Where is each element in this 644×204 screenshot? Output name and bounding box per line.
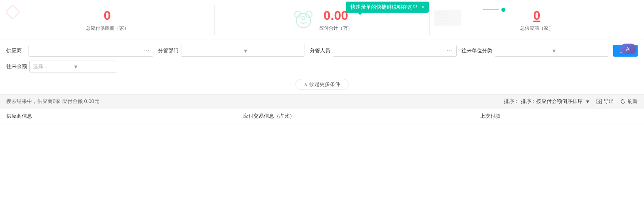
table-col-payable-info: 应付交易信息（占比） [243,112,480,120]
stats-bar: ◇ 0 总应付供应商（家） 0.00 应付合计（万） 快速录单的快捷键说明在这里… [0,0,644,40]
total-suppliers-number: 0 [533,8,540,23]
ai-button[interactable]: Ai [620,44,636,54]
tooltip-text: 快速录单的快捷键说明在这里 [351,4,417,11]
sort-select[interactable]: 排序： 排序：按应付会额倒序排序 ▼ [504,98,590,105]
export-btn[interactable]: 导出 [596,98,614,105]
results-bar: 搜索结果中，供应商0家 应付金额 0.00元 排序： 排序：按应付会额倒序排序 … [0,94,644,109]
svg-rect-9 [436,20,448,21]
svg-point-5 [302,17,305,20]
refresh-icon [620,99,626,104]
refresh-btn[interactable]: 刷新 [620,98,638,105]
filter-supplier: 供应商 ··· [6,45,153,57]
stat-total-suppliers: 0 总供应商（家） [430,5,644,34]
balance-select[interactable]: 选择... ▼ [29,61,117,72]
payable-suppliers-label: 总应付供应商（家） [86,25,129,32]
person-input-wrapper[interactable]: ··· [333,45,457,57]
supplier-card-icon [434,8,465,28]
unit-class-chevron: ▼ [552,48,605,54]
collapse-bar: ∧ 收起更多条件 [6,76,638,94]
unit-class-label: 往来单位分类 [461,47,492,54]
stat-total-payable-suppliers: ◇ 0 总应付供应商（家） [0,5,215,34]
table-col-supplier-info: 供应商信息 [6,112,243,120]
bear-icon [292,8,315,32]
content-area [0,124,644,204]
table-header: 供应商信息 应付交易信息（占比） 上次付款 [0,109,644,124]
sort-label: 排序： [504,98,519,105]
svg-rect-8 [436,17,452,18]
filter-unit-class: 往来单位分类 ▼ [461,45,608,57]
svg-point-2 [296,13,311,28]
unit-class-select[interactable]: ▼ [495,45,608,57]
tooltip-close-btn[interactable]: × [421,4,424,10]
person-label: 分管人员 [310,47,330,54]
svg-rect-7 [436,13,446,15]
supplier-dots[interactable]: ··· [143,47,150,54]
filter-person: 分管人员 ··· [310,45,457,57]
payable-amount-label: 应付合计（万） [319,25,352,32]
total-suppliers-label: 总供应商（家） [520,25,553,32]
results-info: 搜索结果中，供应商0家 应付金额 0.00元 [6,98,99,105]
payable-amount-number: 0.00 [324,8,348,23]
sort-value: 排序：按应付会额倒序排序 [521,98,583,105]
department-label: 分管部门 [158,47,179,54]
collapse-label: 收起更多条件 [309,81,340,88]
tooltip-popup: 快速录单的快捷键说明在这里 × [346,2,429,13]
supplier-label: 供应商 [6,47,26,54]
filter-bar: 供应商 ··· 分管部门 ▼ 分管人员 ··· 往来单位分类 [0,40,644,94]
filter-balance: 往来余额 选择... ▼ [6,61,117,72]
export-label: 导出 [604,98,614,105]
department-select[interactable]: ▼ [181,45,305,57]
svg-text:◇: ◇ [10,11,13,15]
supplier-input[interactable] [32,48,143,54]
refresh-label: 刷新 [627,98,638,105]
balance-label: 往来余额 [6,63,27,70]
diamond-icon: ◇ [4,3,24,23]
department-chevron: ▼ [243,48,302,54]
sort-chevron: ▼ [585,99,590,105]
person-input[interactable] [336,48,447,54]
collapse-button[interactable]: ∧ 收起更多条件 [295,79,349,90]
results-actions: 排序： 排序：按应付会额倒序排序 ▼ 导出 刷新 [504,98,638,105]
supplier-input-wrapper[interactable]: ··· [29,45,153,57]
balance-placeholder: 选择... [33,63,73,70]
balance-chevron: ▼ [73,64,114,70]
person-dots[interactable]: ··· [447,47,453,54]
filter-row-2: 往来余额 选择... ▼ [6,61,638,72]
export-icon [596,99,602,104]
filter-row-1: 供应商 ··· 分管部门 ▼ 分管人员 ··· 往来单位分类 [6,45,638,57]
payable-suppliers-number: 0 [104,8,111,23]
table-col-last-payment: 上次付款 [480,112,638,120]
filter-department: 分管部门 ▼ [158,45,305,57]
collapse-icon: ∧ [304,82,308,88]
